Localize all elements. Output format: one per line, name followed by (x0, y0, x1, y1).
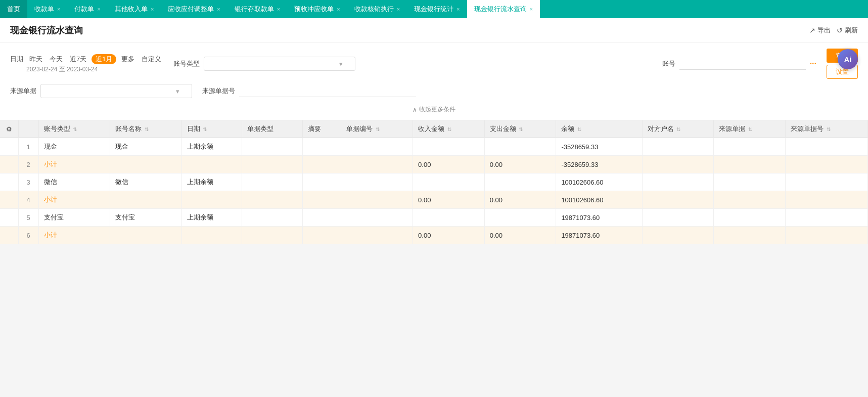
header-actions: ↗ 导出 ↺ 刷新 (809, 26, 858, 35)
table-cell: 0.00 (484, 227, 556, 244)
table-cell (181, 227, 242, 244)
nav-other-income-close[interactable]: × (151, 0, 154, 18)
collapse-chevron-icon: ∧ (413, 106, 417, 113)
nav-payment-close[interactable]: × (97, 0, 100, 18)
table-cell: 微信 (38, 173, 110, 191)
col-balance[interactable]: 余额 ⇅ (556, 120, 642, 138)
col-doc-type[interactable]: 单据类型 (242, 120, 302, 138)
col-counterparty[interactable]: 对方户名 ⇅ (642, 120, 714, 138)
table-cell: 现金 (110, 138, 182, 156)
table-row: 1现金现金上期余额-3528659.33 (0, 138, 868, 156)
date-btn-7days[interactable]: 近7天 (68, 54, 88, 64)
table-cell: 0.00 (484, 191, 556, 209)
collapse-bar[interactable]: ∧ 收起更多条件 (10, 103, 858, 116)
date-btn-custom[interactable]: 自定义 (140, 54, 163, 64)
col-account-type[interactable]: 账号类型 ⇅ (38, 120, 110, 138)
col-expense[interactable]: 支出金额 ⇅ (484, 120, 556, 138)
col-doc-no[interactable]: 单据编号 ⇅ (341, 120, 413, 138)
nav-receipt-verify-close[interactable]: × (397, 0, 400, 18)
ai-assistant-button[interactable]: Ai (838, 49, 858, 69)
table-cell (714, 209, 786, 227)
table-cell: 0.00 (413, 156, 485, 173)
table-cell: 0.00 (413, 191, 485, 209)
account-type-label: 账号类型 (173, 59, 200, 68)
table-cell (786, 156, 868, 173)
refresh-icon: ↺ (837, 26, 843, 34)
nav-prepay-offset-label: 预收冲应收单 (294, 0, 334, 18)
table-cell (341, 156, 413, 173)
table-cell: 100102606.60 (556, 173, 642, 191)
col-num (18, 120, 38, 138)
table-cell: 6 (18, 227, 38, 244)
col-source-doc[interactable]: 来源单据 ⇅ (714, 120, 786, 138)
nav-cash-bank-flow[interactable]: 现金银行流水查询 × (467, 0, 540, 18)
table-cell (0, 173, 18, 191)
date-btn-1month[interactable]: 近1月 (92, 54, 116, 64)
page-header: 现金银行流水查询 ↗ 导出 ↺ 刷新 (0, 18, 868, 42)
table-cell: 支付宝 (38, 209, 110, 227)
col-gear[interactable]: ⚙ (0, 120, 18, 138)
table-cell (786, 191, 868, 209)
source-doc-no-input[interactable] (239, 85, 416, 97)
table-cell (302, 191, 341, 209)
nav-payment[interactable]: 付款单 × (67, 0, 107, 18)
nav-other-income[interactable]: 其他收入单 × (108, 0, 161, 18)
source-doc-label: 来源单据 (10, 86, 36, 96)
source-doc-select[interactable]: ▾ (40, 84, 192, 98)
table-cell (110, 227, 182, 244)
date-btn-more[interactable]: 更多 (119, 54, 136, 64)
col-date[interactable]: 日期 ⇅ (181, 120, 242, 138)
table-cell (110, 191, 182, 209)
nav-home[interactable]: 首页 (0, 0, 27, 18)
table-cell (0, 227, 18, 244)
nav-cash-bank-stat[interactable]: 现金银行统计 × (407, 0, 467, 18)
table-cell (242, 227, 302, 244)
table-cell: 19871073.60 (556, 227, 642, 244)
nav-bank-deposit-close[interactable]: × (277, 0, 280, 18)
date-range-display: 2023-02-24 至 2023-03-24 (26, 65, 163, 74)
col-income[interactable]: 收入金额 ⇅ (413, 120, 485, 138)
account-dots-btn[interactable]: ··· (810, 59, 816, 68)
nav-cash-bank-flow-close[interactable]: × (530, 0, 533, 18)
nav-ar-ap-adjust[interactable]: 应收应付调整单 × (161, 0, 227, 18)
nav-ar-ap-close[interactable]: × (217, 0, 220, 18)
table-cell: 上期余额 (181, 173, 242, 191)
export-button[interactable]: ↗ 导出 (809, 26, 831, 35)
nav-prepay-offset[interactable]: 预收冲应收单 × (287, 0, 347, 18)
nav-cash-bank-flow-label: 现金银行流水查询 (474, 0, 527, 18)
table-cell (0, 138, 18, 156)
nav-other-income-label: 其他收入单 (115, 0, 148, 18)
account-type-dropdown-icon: ▾ (339, 60, 343, 68)
table-cell (484, 138, 556, 156)
table-cell: 支付宝 (110, 209, 182, 227)
account-type-select[interactable]: ▾ (204, 57, 355, 71)
date-btn-today[interactable]: 今天 (48, 54, 65, 64)
table-cell: 19871073.60 (556, 209, 642, 227)
table-row: 6小计0.000.0019871073.60 (0, 227, 868, 244)
table-cell (341, 227, 413, 244)
account-input[interactable] (679, 58, 806, 70)
nav-prepay-offset-close[interactable]: × (337, 0, 340, 18)
table-cell (242, 209, 302, 227)
table-header: ⚙ 账号类型 ⇅ 账号名称 ⇅ 日期 ⇅ 单据类型 摘要 单据编号 ⇅ 收入金额… (0, 120, 868, 138)
table-cell: -3528659.33 (556, 138, 642, 156)
nav-bank-deposit[interactable]: 银行存取款单 × (227, 0, 287, 18)
col-source-doc-no[interactable]: 来源单据号 ⇅ (786, 120, 868, 138)
table-cell: 现金 (38, 138, 110, 156)
table-body: 1现金现金上期余额-3528659.332小计0.000.00-3528659.… (0, 138, 868, 244)
table-cell: 上期余额 (181, 138, 242, 156)
nav-receipt-close[interactable]: × (57, 0, 60, 18)
filter-row-2: 来源单据 ▾ 来源单据号 (10, 84, 858, 98)
col-summary[interactable]: 摘要 (302, 120, 341, 138)
table-cell (302, 209, 341, 227)
nav-receipt[interactable]: 收款单 × (27, 0, 67, 18)
date-btn-yesterday[interactable]: 昨天 (27, 54, 44, 64)
export-icon: ↗ (809, 26, 815, 34)
table-cell (242, 173, 302, 191)
nav-home-label: 首页 (7, 0, 20, 18)
refresh-button[interactable]: ↺ 刷新 (837, 26, 858, 35)
nav-receipt-verify[interactable]: 收款核销执行 × (347, 0, 407, 18)
nav-payment-label: 付款单 (74, 0, 94, 18)
nav-cash-bank-stat-close[interactable]: × (456, 0, 460, 18)
col-account-name[interactable]: 账号名称 ⇅ (110, 120, 182, 138)
